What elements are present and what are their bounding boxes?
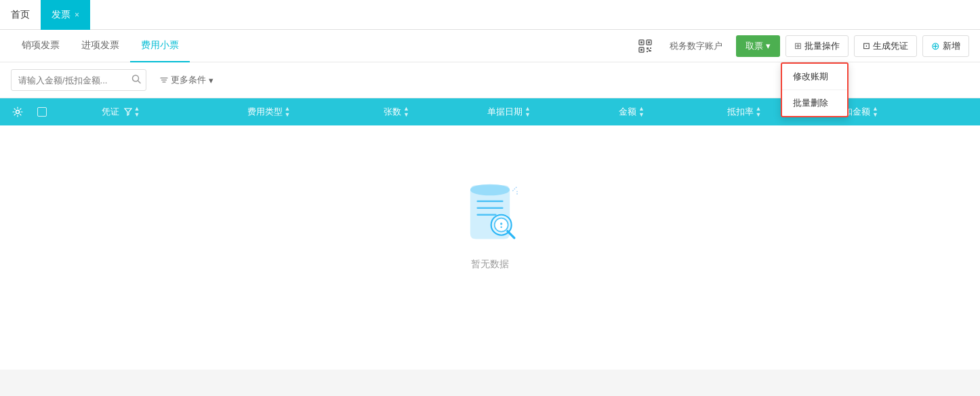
- th-amount: 金额 ▲▼: [575, 106, 688, 118]
- th-count-sort[interactable]: ▲▼: [403, 106, 409, 118]
- svg-point-16: [16, 111, 20, 114]
- svg-rect-3: [648, 41, 650, 43]
- svg-rect-5: [640, 49, 642, 51]
- dropdown-item-modify-period[interactable]: 修改账期: [782, 64, 847, 90]
- svg-rect-7: [650, 47, 651, 49]
- top-nav: 首页 发票 ×: [0, 0, 980, 30]
- tab-sales-invoice[interactable]: 销项发票: [11, 30, 70, 62]
- batch-ops-dropdown: 修改账期 批量删除: [781, 62, 849, 117]
- more-conditions-arrow-icon: ▾: [209, 75, 213, 85]
- tab-purchase-invoice[interactable]: 进项发票: [70, 30, 130, 62]
- th-date-label: 单据日期: [487, 106, 523, 118]
- more-conditions-button[interactable]: 更多条件 ▾: [155, 74, 219, 86]
- th-rate-sort[interactable]: ▲▼: [756, 106, 762, 118]
- th-type-label: 费用类型: [247, 106, 283, 118]
- tax-account-button[interactable]: 税务数字账户: [661, 35, 731, 57]
- filter-icon: [160, 76, 168, 84]
- add-button[interactable]: ⊕ 新增: [922, 35, 969, 57]
- batch-ops-icon: ⊞: [794, 41, 802, 51]
- gen-voucher-icon: ⊡: [863, 41, 870, 51]
- th-count-label: 张数: [384, 106, 401, 118]
- th-date-sort[interactable]: ▲▼: [525, 106, 531, 118]
- secondary-toolbar: 销项发票 进项发票 费用小票 税务数字账户 取票 ▾: [0, 30, 980, 62]
- close-icon[interactable]: ×: [75, 10, 79, 20]
- invoice-tab-label: 发票: [52, 9, 70, 21]
- svg-point-17: [470, 184, 510, 196]
- header-checkbox[interactable]: [37, 107, 47, 117]
- svg-line-12: [138, 81, 141, 83]
- empty-illustration: [456, 180, 524, 248]
- batch-ops-label: 批量操作: [804, 40, 840, 52]
- svg-rect-6: [647, 47, 649, 50]
- svg-rect-9: [649, 50, 651, 52]
- take-ticket-label: 取票: [746, 40, 763, 52]
- settings-icon: [12, 106, 23, 117]
- empty-state: 暂无数据: [0, 125, 980, 298]
- th-type: 费用类型 ▲▼: [187, 106, 350, 118]
- home-tab[interactable]: 首页: [0, 0, 41, 30]
- empty-text: 暂无数据: [471, 258, 509, 271]
- th-type-sort[interactable]: ▲▼: [285, 106, 291, 118]
- search-icon: [131, 75, 141, 84]
- search-wrap: [11, 69, 146, 91]
- search-icon-button[interactable]: [131, 75, 141, 86]
- qr-icon-button[interactable]: [634, 35, 656, 57]
- th-amount-label: 金额: [619, 106, 636, 118]
- th-rate-label: 抵扣率: [727, 106, 754, 118]
- svg-point-25: [500, 226, 502, 229]
- th-checkbox[interactable]: [30, 107, 54, 117]
- tab-expense-ticket[interactable]: 费用小票: [130, 30, 190, 62]
- th-voucher-sort[interactable]: ▲▼: [134, 106, 140, 118]
- th-voucher-filter-icon[interactable]: [124, 107, 132, 117]
- svg-rect-1: [640, 41, 642, 43]
- content-area: 凭证 ▲▼ 费用类型 ▲▼ 张数 ▲▼ 单据日期 ▲▼: [0, 98, 980, 370]
- batch-ops-wrapper: ⊞ 批量操作 修改账期 批量删除: [785, 35, 849, 57]
- more-conditions-label: 更多条件: [171, 74, 206, 86]
- batch-ops-button[interactable]: ⊞ 批量操作: [785, 35, 849, 57]
- add-label: 新增: [943, 40, 960, 52]
- search-input[interactable]: [11, 69, 146, 91]
- th-deduct-sort[interactable]: ▲▼: [872, 106, 878, 118]
- svg-line-26: [512, 186, 517, 191]
- th-amount-sort[interactable]: ▲▼: [638, 106, 645, 118]
- th-date: 单据日期 ▲▼: [443, 106, 575, 118]
- gen-voucher-label: 生成凭证: [873, 40, 908, 52]
- svg-rect-10: [649, 50, 650, 50]
- invoice-tab[interactable]: 发票 ×: [41, 0, 90, 30]
- take-ticket-button[interactable]: 取票 ▾: [736, 35, 780, 57]
- th-settings[interactable]: [5, 106, 30, 117]
- th-voucher: 凭证 ▲▼: [54, 106, 187, 118]
- dropdown-item-batch-delete[interactable]: 批量删除: [782, 90, 847, 116]
- svg-point-24: [500, 222, 502, 224]
- add-icon: ⊕: [931, 40, 940, 52]
- qr-icon: [638, 39, 653, 54]
- gen-voucher-button[interactable]: ⊡ 生成凭证: [854, 35, 917, 57]
- toolbar-actions: 税务数字账户 取票 ▾ ⊞ 批量操作 修改账期 批量删除 ⊡ 生成凭证 ⊕ 新增: [634, 35, 969, 57]
- th-voucher-label: 凭证: [102, 106, 119, 118]
- take-ticket-arrow-icon: ▾: [766, 41, 771, 51]
- svg-rect-8: [647, 51, 648, 52]
- th-count: 张数 ▲▼: [350, 106, 443, 118]
